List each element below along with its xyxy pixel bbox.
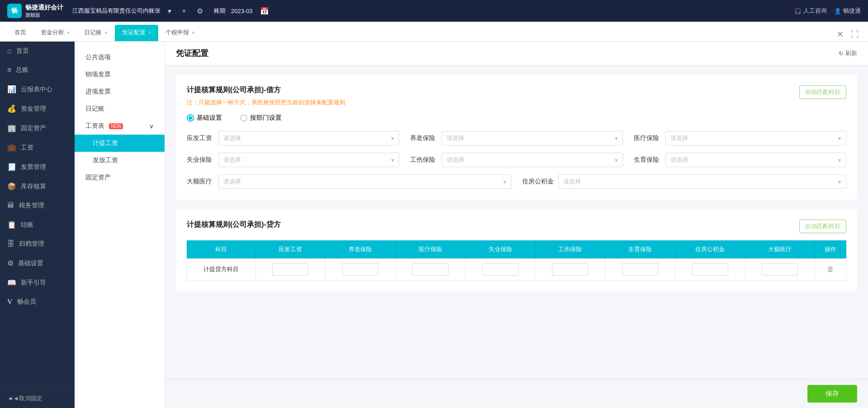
vip-icon: V — [7, 298, 13, 306]
left-panel-fixed-assets[interactable]: 固定资产 — [75, 169, 165, 186]
left-panel-journal[interactable]: 日记账 — [75, 100, 165, 117]
left-panel-sales-invoice[interactable]: 销项发票 — [75, 66, 165, 83]
tab-voucher-close-icon[interactable]: × — [148, 30, 151, 35]
sidebar-label-settings: 基础设置 — [18, 259, 43, 267]
gross-wage-label: 应发工资 — [187, 134, 214, 142]
sidebar-item-closing[interactable]: 📋 结账 — [0, 215, 75, 234]
user-menu[interactable]: 👤 畅捷通 — [834, 7, 861, 15]
tab-capital-label: 资金分析 — [41, 28, 64, 37]
col-major-medical: 大额医疗 — [745, 241, 815, 258]
major-medical-select[interactable]: 请选择 ▾ — [218, 174, 511, 189]
debit-form-row2: 失业保险 请选择 ▾ 工伤保险 请选择 ▾ 生育 — [187, 153, 846, 167]
tab-journal[interactable]: 日记账 × — [77, 25, 114, 41]
sidebar-item-invoice[interactable]: 🧾 发票管理 — [0, 157, 75, 177]
credit-input-housing[interactable] — [692, 263, 728, 276]
sidebar-item-settings[interactable]: ⚙ 基础设置 — [0, 253, 75, 273]
logo-sub: 旗舰版 — [25, 12, 63, 19]
credit-input-unemployment[interactable] — [482, 263, 519, 276]
medical-select[interactable]: 请选择 ▾ — [665, 131, 846, 145]
radio-department[interactable]: 按部门设置 — [240, 114, 282, 122]
sidebar-unpin[interactable]: ◄◄取消固定 — [0, 389, 75, 408]
left-panel-purchase-invoice[interactable]: 进项发票 — [75, 83, 165, 100]
calendar-icon[interactable]: 📅 — [258, 5, 271, 17]
settings-icon[interactable]: ⚙ — [195, 5, 205, 17]
unemployment-label: 失业保险 — [187, 156, 214, 164]
sidebar-item-archive[interactable]: 🗄 归档管理 — [0, 234, 75, 253]
left-panel-accrue-wage[interactable]: 计提工资 — [75, 135, 165, 152]
sidebar-item-guide[interactable]: 📖 新手引导 — [0, 273, 75, 292]
debit-form-row1: 应发工资 请选择 ▾ 养老保险 请选择 ▾ 医疗 — [187, 131, 846, 145]
credit-input-pension[interactable] — [342, 263, 378, 276]
tab-voucher-config[interactable]: 凭证配置 × — [115, 25, 158, 41]
debit-section-title: 计提核算规则(公司承担)-借方 — [187, 85, 799, 95]
ledger-icon: ≡ — [7, 66, 11, 74]
service-button[interactable]: 🎧 人工咨询 — [794, 7, 827, 15]
credit-input-gross[interactable] — [272, 263, 308, 276]
avatar-icon: 👤 — [834, 8, 841, 14]
tab-tax-label: 个税申报 — [165, 28, 189, 37]
refresh-button[interactable]: ↻ 刷新 — [839, 49, 857, 57]
sidebar-item-fund[interactable]: 💰 资金管理 — [0, 99, 75, 118]
credit-table: 科目 应发工资 养老保险 医疗保险 失业保险 工伤保险 生育保险 住房公积金 大… — [187, 240, 846, 281]
left-panel-public[interactable]: 公共选项 — [75, 49, 165, 66]
left-panel-payroll-table[interactable]: 工资表 NEW ∨ — [75, 117, 165, 135]
credit-auto-match-button[interactable]: 自动匹配科目 — [799, 220, 846, 233]
tab-tax-close-icon[interactable]: × — [192, 30, 194, 35]
archive-icon: 🗄 — [7, 240, 14, 248]
major-medical-chevron: ▾ — [503, 178, 506, 185]
sidebar-item-tax[interactable]: 🏛 税务管理 — [0, 196, 75, 215]
content-body: 计提核算规则(公司承担)-借方 注：只能选择一种方式，系统将按照您当前的选择来配… — [165, 66, 868, 379]
unemployment-select[interactable]: 请选择 ▾ — [218, 153, 399, 167]
sidebar-item-reports[interactable]: 📊 云报表中心 — [0, 80, 75, 99]
tab-close-icon[interactable]: ✕ — [835, 28, 845, 41]
add-tab-icon[interactable]: ＋ — [179, 5, 189, 18]
tab-journal-label: 日记账 — [84, 28, 102, 37]
col-maternity: 生育保险 — [605, 241, 675, 258]
logo-text: 畅捷通好会计 — [25, 4, 63, 12]
sidebar-item-inventory[interactable]: 📦 库存核算 — [0, 177, 75, 196]
sidebar-item-assets[interactable]: 🏢 固定资产 — [0, 118, 75, 138]
refresh-label: 刷新 — [845, 49, 857, 57]
left-panel-pay-wage[interactable]: 发放工资 — [75, 152, 165, 169]
sidebar-item-vip[interactable]: V 畅会员 — [0, 292, 75, 311]
radio-basic[interactable]: 基础设置 — [187, 114, 222, 122]
company-dropdown-icon[interactable]: ▾ — [166, 5, 173, 17]
debit-radio-group: 基础设置 按部门设置 — [187, 114, 846, 122]
credit-cell-maternity — [605, 258, 675, 281]
tab-home-label: 首页 — [14, 28, 26, 37]
sidebar-item-ledger[interactable]: ≡ 总账 — [0, 61, 75, 80]
payroll-expand-icon[interactable]: ∨ — [149, 122, 154, 130]
page-title: 凭证配置 — [176, 48, 208, 59]
gross-wage-placeholder: 请选择 — [223, 134, 241, 142]
credit-input-injury[interactable] — [552, 263, 588, 276]
tab-expand-icon[interactable]: ⛶ — [849, 28, 861, 41]
left-panel-fixed-label: 固定资产 — [85, 174, 111, 182]
tab-home[interactable]: 首页 — [7, 25, 33, 41]
credit-section: 计提核算规则(公司承担)-贷方 自动匹配科目 科目 应发工资 养老保险 医疗保险… — [176, 209, 857, 291]
delete-icon[interactable]: 🗑 — [827, 265, 834, 273]
maternity-select[interactable]: 请选择 ▾ — [665, 153, 846, 167]
injury-select[interactable]: 请选择 ▾ — [442, 153, 623, 167]
tab-capital-close-icon[interactable]: × — [67, 30, 70, 35]
gross-wage-select[interactable]: 请选择 ▾ — [218, 131, 399, 145]
sidebar-item-home[interactable]: ⌂ 首页 — [0, 42, 75, 61]
housing-fund-select[interactable]: 请选择 ▾ — [558, 174, 847, 189]
left-panel-sub: 计提工资 发放工资 — [75, 135, 165, 169]
content-area: 凭证配置 ↻ 刷新 计提核算规则(公司承担)-借方 注：只能选择一种方式，系统将… — [165, 42, 868, 408]
sidebar-label-payroll: 工资 — [21, 144, 33, 152]
pension-select[interactable]: 请选择 ▾ — [442, 131, 623, 145]
tab-tax[interactable]: 个税申报 × — [158, 25, 202, 41]
save-button[interactable]: 保存 — [807, 385, 857, 403]
inventory-icon: 📦 — [7, 182, 16, 191]
debit-section-note: 注：只能选择一种方式，系统将按照您当前的选择来配置规则 — [187, 98, 799, 107]
tab-journal-close-icon[interactable]: × — [104, 30, 107, 35]
credit-input-maternity[interactable] — [622, 263, 658, 276]
sidebar-item-payroll[interactable]: 💼 工资 — [0, 138, 75, 157]
tab-capital-analysis[interactable]: 资金分析 × — [33, 25, 77, 41]
credit-input-major-medical[interactable] — [762, 263, 798, 276]
major-medical-label: 大额医疗 — [187, 178, 214, 186]
credit-cell-pension — [326, 258, 396, 281]
credit-input-medical[interactable] — [412, 263, 448, 276]
logo-icon: 畅 — [7, 4, 22, 18]
debit-auto-match-button[interactable]: 自动匹配科目 — [799, 85, 846, 99]
